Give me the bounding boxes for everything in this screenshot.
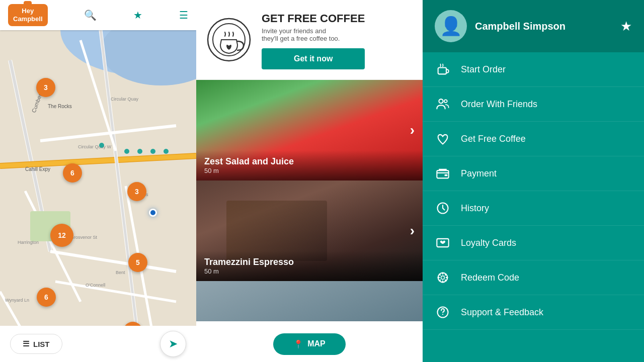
group-icon (435, 96, 451, 112)
loyalty-card-icon (435, 235, 451, 251)
restaurant-name-2: Tramezzini Espresso (204, 257, 415, 267)
restaurant-distance-1: 50 m (204, 167, 415, 174)
card-overlay-2: Tramezzini Espresso 50 m (196, 251, 423, 281)
restaurant-card-3[interactable] (196, 281, 423, 321)
sidebar-item-loyalty[interactable]: Loyalty Cards (423, 226, 644, 260)
svg-point-45 (441, 276, 445, 280)
coffee-illustration (206, 17, 252, 64)
list-button[interactable]: ☰ LIST (10, 334, 62, 354)
heart-icon (435, 131, 451, 147)
user-name: Campbell Simpson (475, 21, 566, 32)
svg-text:Circular Quay: Circular Quay (111, 97, 139, 102)
cluster-5[interactable]: 5 (128, 253, 147, 272)
cluster-6a[interactable]: 6 (63, 163, 82, 183)
promo-text: GET FREE COFFEE Invite your friends and … (262, 12, 365, 69)
svg-line-53 (445, 274, 446, 275)
card-arrow-1: › (410, 122, 415, 138)
question-icon (435, 304, 451, 320)
svg-point-34 (99, 143, 104, 148)
sidebar-item-payment[interactable]: Payment (423, 156, 644, 191)
promo-subtitle: Invite your friends and they'll get a fr… (262, 27, 365, 42)
svg-rect-41 (445, 174, 448, 176)
sidebar-item-label-support: Support & Feedback (461, 307, 543, 318)
svg-text:The Rocks: The Rocks (48, 104, 72, 109)
sidebar-item-label-history: History (461, 203, 489, 214)
svg-text:O'Connell: O'Connell (86, 283, 105, 288)
restaurant-card-1[interactable]: Zest Salad and Juice 50 m › (196, 80, 423, 180)
sidebar-item-redeem[interactable]: Redeem Code (423, 260, 644, 295)
content-panel: GET FREE COFFEE Invite your friends and … (196, 0, 423, 362)
clock-icon (435, 200, 451, 216)
search-icon-left[interactable]: 🔍 (84, 9, 97, 21)
svg-point-31 (137, 149, 142, 154)
svg-point-38 (439, 99, 443, 103)
get-now-button[interactable]: Get it now (262, 48, 365, 69)
avatar: 👤 (435, 10, 467, 42)
svg-text:Grosvenor St: Grosvenor St (70, 235, 98, 240)
sidebar-item-free-coffee[interactable]: Get Free Coffee (423, 122, 644, 156)
svg-point-39 (444, 100, 447, 103)
sidebar-item-history[interactable]: History (423, 191, 644, 226)
sidebar-item-label-order-friends: Order With Friends (461, 99, 537, 110)
svg-point-30 (124, 149, 129, 154)
svg-line-51 (445, 280, 446, 281)
sidebar-item-order-friends[interactable]: Order With Friends (423, 87, 644, 122)
map-pin-icon: 📍 (293, 339, 303, 349)
map-button[interactable]: 📍 MAP (273, 333, 346, 355)
map-button-wrap: 📍 MAP (196, 326, 423, 362)
sidebar-star-icon[interactable]: ★ (620, 19, 632, 34)
map-header: Hey Campbell 🔍 ★ ☰ (0, 0, 196, 30)
avatar-icon: 👤 (440, 16, 462, 37)
svg-text:Circular Quay W: Circular Quay W (78, 144, 112, 149)
sidebar-item-label-loyalty: Loyalty Cards (461, 238, 516, 248)
sidebar-item-label-redeem: Redeem Code (461, 273, 519, 283)
sidebar-item-label-start-order: Start Order (461, 64, 506, 75)
svg-line-50 (439, 274, 440, 275)
svg-point-33 (164, 149, 169, 154)
svg-point-32 (150, 149, 155, 154)
cluster-3a[interactable]: 3 (36, 78, 55, 97)
sidebar-item-support[interactable]: Support & Feedback (423, 295, 644, 330)
card-overlay-1: Zest Salad and Juice 50 m (196, 150, 423, 180)
current-location (149, 209, 157, 217)
menu-icon-left[interactable]: ☰ (179, 9, 188, 21)
restaurant-card-2[interactable]: Tramezzini Espresso 50 m › (196, 180, 423, 281)
svg-line-52 (439, 280, 440, 281)
svg-text:Wynyard Ln: Wynyard Ln (5, 298, 29, 303)
wallet-icon (435, 165, 451, 182)
coffee-cup-icon (435, 61, 451, 77)
map-panel: Cumberland Cahill Expy The Rocks Circula… (0, 0, 196, 362)
svg-text:Cahill Expy: Cahill Expy (25, 166, 50, 172)
navigation-icon: ➤ (169, 337, 178, 350)
sidebar: 👤 Campbell Simpson ★ Start Order (423, 0, 644, 362)
location-button[interactable]: ➤ (160, 331, 186, 357)
restaurant-image-3 (196, 281, 423, 321)
promo-title: GET FREE COFFEE (262, 12, 365, 25)
logo-left: Hey Campbell (8, 4, 48, 26)
sidebar-header: 👤 Campbell Simpson ★ (423, 0, 644, 52)
svg-text:Harrington: Harrington (18, 240, 39, 245)
restaurant-distance-2: 50 m (204, 267, 415, 275)
sidebar-item-label-free-coffee: Get Free Coffee (461, 134, 526, 144)
restaurant-name-1: Zest Salad and Juice (204, 156, 415, 167)
sidebar-item-label-payment: Payment (461, 168, 497, 179)
gear-icon (435, 269, 451, 286)
favorites-icon-left[interactable]: ★ (133, 9, 142, 21)
svg-point-55 (442, 314, 443, 315)
cluster-3b[interactable]: 3 (127, 182, 146, 201)
list-icon: ☰ (23, 339, 29, 348)
map-background: Cumberland Cahill Expy The Rocks Circula… (0, 0, 196, 362)
card-arrow-2: › (410, 223, 415, 239)
sidebar-item-start-order[interactable]: Start Order (423, 52, 644, 87)
cluster-6b[interactable]: 6 (37, 288, 56, 307)
promo-banner: GET FREE COFFEE Invite your friends and … (196, 0, 423, 80)
svg-text:Bent: Bent (116, 270, 125, 275)
map-bottom-bar: ☰ LIST ➤ (0, 326, 196, 362)
cluster-12[interactable]: 12 (50, 224, 73, 247)
